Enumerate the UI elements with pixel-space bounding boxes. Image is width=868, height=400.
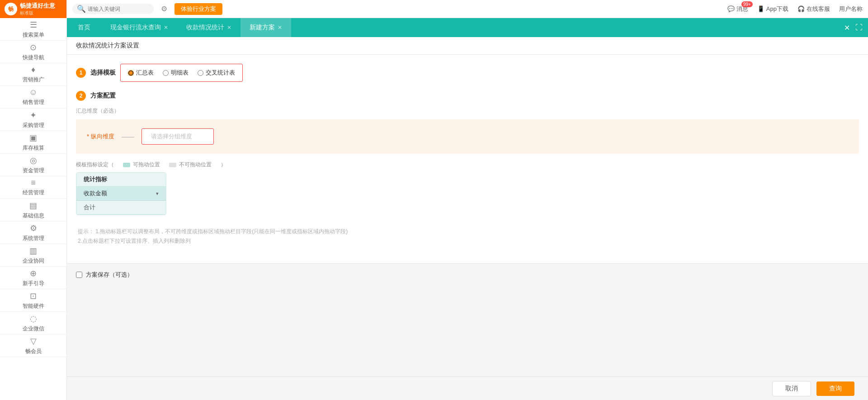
sidebar-item-new-guide[interactable]: ⊕ 新手引导 (0, 267, 66, 289)
tab-label-home: 首页 (78, 24, 90, 32)
radio-summary-label: 汇总表 (136, 69, 154, 77)
service-icon: 🎧 (797, 5, 805, 12)
step1-title: 选择模板 (90, 69, 116, 77)
config-section: 汇总维度（必选） * 纵向维度 —— 请选择分组维度 模板指标设定（ (76, 107, 859, 245)
enterprise-coop-icon: ▥ (29, 246, 37, 256)
topbar: 🔍 ⚙ 体验行业方案 💬 消息 99+ 📱 App下载 🎧 在线客服 用户名称 (67, 0, 868, 18)
radio-cross[interactable]: 交叉统计表 (198, 69, 235, 77)
maximize-icon[interactable]: ⛶ (855, 24, 863, 32)
radio-summary-input[interactable] (128, 70, 134, 76)
inventory-icon: ▣ (29, 133, 37, 143)
tab-home[interactable]: 首页 (67, 18, 101, 37)
metrics-chevron-icon[interactable]: ▾ (156, 191, 159, 197)
sidebar-item-search-menu[interactable]: ☰ 搜索菜单 (0, 18, 66, 41)
sidebar-item-system[interactable]: ⚙ 系统管理 (0, 221, 66, 244)
notification-btn[interactable]: 💬 消息 99+ (727, 5, 748, 13)
breadcrumb: 收款情况统计方案设置 (67, 37, 868, 55)
tab-close-collection-stat[interactable]: ✕ (227, 24, 231, 31)
cancel-button[interactable]: 取消 (772, 381, 811, 396)
step2-header: 2 方案配置 (76, 91, 859, 101)
username-label: 用户名称 (839, 5, 863, 13)
save-section: 方案保存（可选） (67, 263, 868, 286)
sidebar-item-enterprise-coop[interactable]: ▥ 企业协同 (0, 244, 66, 267)
dimension-row: * 纵向维度 —— 请选择分组维度 (87, 128, 848, 145)
search-box[interactable]: 🔍 (72, 4, 154, 14)
enterprise-wechat-icon: ◌ (30, 314, 37, 324)
dimension-arrow: —— (122, 133, 134, 140)
radio-detail-input[interactable] (163, 70, 169, 76)
member-icon: ▽ (30, 336, 37, 346)
metrics-cell-total: 合计 (76, 201, 166, 215)
operation-label: 经营管理 (23, 189, 44, 197)
query-button[interactable]: 查询 (816, 381, 854, 396)
dimension-select[interactable]: 请选择分组维度 (142, 128, 214, 145)
radio-detail[interactable]: 明细表 (163, 69, 189, 77)
purchase-icon: ✦ (30, 110, 37, 120)
logo-text: 畅捷通好生意 (20, 2, 55, 10)
enterprise-coop-label: 企业协同 (23, 257, 44, 265)
sidebar-logo: 畅 畅捷通好生意 标准版 (0, 0, 66, 18)
search-menu-icon: ☰ (30, 20, 37, 30)
sidebar: 畅 畅捷通好生意 标准版 ☰ 搜索菜单 ⊙ 快捷导航 ♦ 营销推广 ☺ 销售管理… (0, 0, 67, 400)
close-window-icon[interactable]: ✕ (844, 24, 850, 32)
industry-btn[interactable]: 体验行业方案 (175, 3, 222, 15)
tab-close-new-plan[interactable]: ✕ (278, 24, 282, 31)
search-input[interactable] (88, 6, 146, 12)
logo-icon: 畅 (5, 3, 17, 15)
summary-dim-label: 汇总维度（必选） (76, 107, 859, 115)
dimension-area: * 纵向维度 —— 请选择分组维度 (76, 119, 859, 154)
finance-icon: ◎ (30, 155, 37, 165)
sidebar-item-smart-hardware[interactable]: ⊡ 智能硬件 (0, 289, 66, 312)
sidebar-item-purchase[interactable]: ✦ 采购管理 (0, 108, 66, 131)
sidebar-item-basic-info[interactable]: ▤ 基础信息 (0, 199, 66, 221)
bottom-bar: 取消 查询 (67, 376, 868, 400)
tip-1: 提示： 1.拖动标题栏可以调整布局，不可跨维度或指标区域拖动栏目字段(只能在同一… (78, 228, 859, 235)
finance-label: 资金管理 (23, 167, 44, 174)
sidebar-item-operation[interactable]: ≡ 经营管理 (0, 176, 66, 199)
marketing-label: 营销推广 (23, 76, 44, 84)
search-icon: 🔍 (77, 5, 86, 13)
step2-section: 2 方案配置 汇总维度（必选） * 纵向维度 —— 请选择分组维度 (76, 91, 859, 245)
gear-icon[interactable]: ⚙ (161, 5, 167, 13)
metrics-cell-amount[interactable]: 收款金额 ▾ (76, 187, 166, 201)
tab-collection-stat[interactable]: 收款情况统计✕ (177, 18, 241, 37)
vertical-dim-label: * 纵向维度 (87, 132, 114, 141)
app-download-btn[interactable]: 📱 App下载 (757, 5, 788, 13)
sidebar-item-member[interactable]: ▽ 畅会员 (0, 334, 66, 357)
non-draggable-box (169, 163, 176, 167)
tip-2: 2.点击标题栏下拉可设置排序、插入列和删除列 (78, 237, 859, 245)
metrics-cell-amount-label: 收款金额 (84, 189, 107, 198)
tab-label-new-plan: 新建方案 (250, 24, 275, 32)
sidebar-item-marketing[interactable]: ♦ 营销推广 (0, 63, 66, 86)
tab-bank-flow[interactable]: 现金银行流水查询✕ (101, 18, 177, 37)
metrics-settings-close: ） (221, 161, 226, 169)
radio-cross-input[interactable] (198, 70, 203, 76)
content-body: 1 选择模板 汇总表 明细表 交叉统计表 (67, 55, 868, 263)
new-guide-label: 新手引导 (23, 280, 44, 287)
online-service-btn[interactable]: 🎧 在线客服 (797, 5, 830, 13)
nav-right-icons: ✕ ⛶ (844, 24, 868, 32)
basic-info-icon: ▤ (29, 201, 37, 211)
sidebar-item-enterprise-wechat[interactable]: ◌ 企业微信 (0, 312, 66, 334)
metrics-section: 模板指标设定（ 可拖动位置 不可拖动位置 ） (76, 161, 859, 217)
radio-cross-label: 交叉统计表 (206, 69, 235, 77)
smart-hardware-label: 智能硬件 (23, 302, 44, 310)
sidebar-item-finance[interactable]: ◎ 资金管理 (0, 154, 66, 176)
radio-summary[interactable]: 汇总表 (128, 69, 154, 77)
sidebar-item-inventory[interactable]: ▣ 库存核算 (0, 131, 66, 154)
member-label: 畅会员 (25, 348, 42, 355)
metrics-table-title: 统计指标 (76, 173, 166, 187)
content-area: 收款情况统计方案设置 1 选择模板 汇总表 明细表 (67, 37, 868, 376)
new-guide-icon: ⊕ (30, 268, 37, 278)
save-label: 方案保存（可选） (86, 271, 133, 279)
sidebar-item-sales[interactable]: ☺ 销售管理 (0, 86, 66, 108)
save-checkbox[interactable] (76, 272, 82, 278)
logo-badge: 标准版 (20, 10, 55, 16)
tab-close-bank-flow[interactable]: ✕ (164, 24, 168, 31)
step2-number: 2 (76, 91, 86, 101)
tab-new-plan[interactable]: 新建方案✕ (241, 18, 291, 37)
sales-icon: ☺ (29, 88, 37, 97)
system-icon: ⚙ (30, 223, 37, 233)
sidebar-item-quick-nav[interactable]: ⊙ 快捷导航 (0, 41, 66, 63)
topbar-right: 💬 消息 99+ 📱 App下载 🎧 在线客服 用户名称 (727, 5, 863, 13)
